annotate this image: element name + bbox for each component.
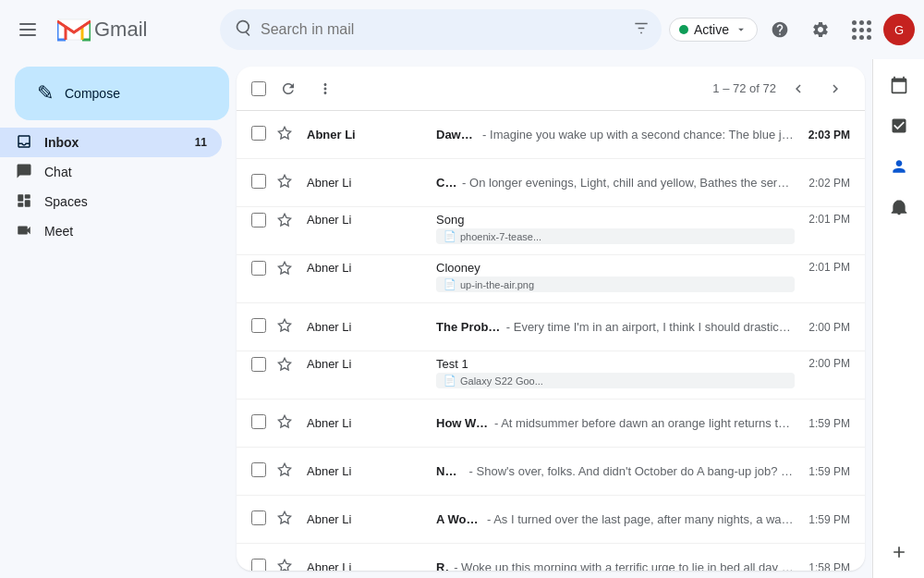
email-preview: - Every time I'm in an airport, I think … bbox=[506, 320, 795, 334]
star-button[interactable] bbox=[277, 462, 296, 480]
row-checkbox[interactable] bbox=[251, 174, 266, 189]
star-button[interactable] bbox=[277, 559, 296, 571]
right-panel-contacts[interactable] bbox=[881, 148, 918, 185]
email-subject: Song bbox=[436, 213, 464, 227]
status-button[interactable]: Active bbox=[669, 18, 758, 42]
settings-button[interactable] bbox=[802, 11, 839, 48]
spaces-icon bbox=[15, 192, 33, 212]
row-checkbox-wrap[interactable] bbox=[251, 261, 270, 278]
email-row[interactable]: Abner Li Song 📄 phoenix-7-tease... 2:01 … bbox=[237, 207, 865, 255]
email-time: 2:00 PM bbox=[795, 357, 850, 370]
help-button[interactable] bbox=[761, 11, 798, 48]
sidebar: ✎ Compose Inbox 11 Chat Spaces bbox=[0, 59, 237, 578]
subject-line: Rain - Woke up this morning with a terri… bbox=[436, 560, 795, 571]
email-content-cell: Test 1 📄 Galaxy S22 Goo... bbox=[436, 357, 795, 388]
email-content-cell: Dawn Revisited - Imagine you wake up wit… bbox=[436, 128, 795, 141]
sidebar-item-spaces[interactable]: Spaces bbox=[0, 187, 222, 216]
star-button[interactable] bbox=[277, 213, 296, 230]
email-row[interactable]: Abner Li Test 1 📄 Galaxy S22 Goo... 2:00… bbox=[237, 351, 865, 400]
select-all-checkbox[interactable] bbox=[251, 81, 266, 96]
right-panel-calendar[interactable] bbox=[881, 67, 918, 104]
prev-page-button[interactable] bbox=[784, 74, 813, 104]
avatar[interactable]: G bbox=[883, 14, 915, 45]
compose-button[interactable]: ✎ Compose bbox=[15, 67, 229, 120]
email-content-cell: A Work of Fiction - As I turned over the… bbox=[436, 512, 795, 526]
star-button[interactable] bbox=[277, 261, 296, 278]
attachment-name: phoenix-7-tease... bbox=[460, 231, 541, 242]
status-label: Active bbox=[694, 22, 729, 37]
row-checkbox-wrap[interactable] bbox=[251, 510, 270, 528]
topbar-right: Active G bbox=[669, 11, 915, 48]
email-time: 2:03 PM bbox=[795, 129, 850, 141]
email-preview: - Imagine you wake up with a second chan… bbox=[482, 128, 795, 141]
row-checkbox[interactable] bbox=[251, 213, 266, 228]
right-panel-keep[interactable] bbox=[881, 189, 918, 226]
email-subject: Dawn Revisited bbox=[436, 128, 477, 141]
email-row[interactable]: Abner Li Rain - Woke up this morning wit… bbox=[237, 544, 865, 571]
more-options-button[interactable] bbox=[310, 74, 340, 104]
email-preview: - At midsummer before dawn an orange lig… bbox=[494, 416, 795, 430]
email-sender: Abner Li bbox=[307, 176, 436, 190]
right-panel-tasks[interactable] bbox=[881, 107, 918, 144]
email-preview: - Show's over, folks. And didn't October… bbox=[469, 464, 795, 478]
row-checkbox-wrap[interactable] bbox=[251, 357, 270, 375]
sidebar-item-meet[interactable]: Meet bbox=[0, 216, 222, 246]
email-row[interactable]: Abner Li A Work of Fiction - As I turned… bbox=[237, 496, 865, 544]
row-checkbox[interactable] bbox=[251, 318, 266, 333]
row-checkbox-wrap[interactable] bbox=[251, 318, 270, 336]
email-sender: Abner Li bbox=[307, 416, 436, 430]
email-preview: - On longer evenings, Light, chill and y… bbox=[462, 176, 795, 190]
star-button[interactable] bbox=[277, 174, 296, 191]
row-checkbox[interactable] bbox=[251, 126, 266, 141]
email-content-cell: Rain - Woke up this morning with a terri… bbox=[436, 560, 795, 571]
attachment-pdf-icon: 📄 bbox=[444, 375, 456, 387]
row-checkbox-wrap[interactable] bbox=[251, 462, 270, 480]
email-time: 1:59 PM bbox=[795, 513, 850, 526]
search-input[interactable] bbox=[220, 9, 662, 50]
row-checkbox[interactable] bbox=[251, 510, 266, 525]
email-row[interactable]: Abner Li Coming - On longer evenings, Li… bbox=[237, 159, 865, 207]
apps-button[interactable] bbox=[843, 11, 880, 48]
email-preview: - Woke up this morning with a terrific u… bbox=[454, 560, 795, 571]
row-checkbox[interactable] bbox=[251, 559, 266, 571]
main-layout: ✎ Compose Inbox 11 Chat Spaces bbox=[0, 59, 924, 578]
right-panel-add[interactable] bbox=[881, 534, 918, 571]
row-checkbox[interactable] bbox=[251, 414, 266, 429]
menu-button[interactable] bbox=[9, 11, 46, 48]
email-row[interactable]: Abner Li November - Show's over, folks. … bbox=[237, 448, 865, 496]
star-button[interactable] bbox=[277, 414, 296, 432]
row-checkbox-wrap[interactable] bbox=[251, 414, 270, 432]
next-page-button[interactable] bbox=[821, 74, 850, 104]
email-content-cell: Song 📄 phoenix-7-tease... bbox=[436, 213, 795, 244]
sidebar-item-inbox[interactable]: Inbox 11 bbox=[0, 128, 222, 157]
toolbar-left bbox=[251, 74, 340, 104]
email-sender: Abner Li bbox=[307, 560, 436, 571]
subject-line: Song bbox=[436, 213, 795, 227]
star-button[interactable] bbox=[277, 318, 296, 336]
inbox-icon bbox=[15, 133, 33, 153]
sidebar-item-chat[interactable]: Chat bbox=[0, 157, 222, 187]
row-checkbox-wrap[interactable] bbox=[251, 174, 270, 191]
star-button[interactable] bbox=[277, 510, 296, 528]
row-checkbox-wrap[interactable] bbox=[251, 213, 270, 230]
email-sender: Abner Li bbox=[307, 320, 436, 334]
search-filter-icon[interactable] bbox=[632, 19, 650, 41]
email-row[interactable]: Abner Li Dawn Revisited - Imagine you wa… bbox=[237, 111, 865, 159]
email-row[interactable]: Abner Li How We Are Spared - At midsumme… bbox=[237, 400, 865, 448]
email-subject: How We Are Spared bbox=[436, 416, 489, 430]
star-button[interactable] bbox=[277, 126, 296, 143]
refresh-button[interactable] bbox=[274, 74, 303, 104]
attachment-chip: 📄 phoenix-7-tease... bbox=[436, 228, 795, 244]
row-checkbox[interactable] bbox=[251, 357, 266, 372]
email-time: 2:00 PM bbox=[795, 321, 850, 334]
attachment-pdf-icon: 📄 bbox=[444, 230, 456, 242]
row-checkbox-wrap[interactable] bbox=[251, 559, 270, 571]
star-button[interactable] bbox=[277, 357, 296, 375]
row-checkbox[interactable] bbox=[251, 261, 266, 276]
email-row[interactable]: Abner Li Clooney 📄 up-in-the-air.png 2:0… bbox=[237, 255, 865, 303]
subject-line: The Problem With Travel - Every time I'm… bbox=[436, 320, 795, 334]
row-checkbox-wrap[interactable] bbox=[251, 126, 270, 143]
email-time: 2:01 PM bbox=[795, 261, 850, 274]
row-checkbox[interactable] bbox=[251, 462, 266, 477]
email-row[interactable]: Abner Li The Problem With Travel - Every… bbox=[237, 303, 865, 351]
